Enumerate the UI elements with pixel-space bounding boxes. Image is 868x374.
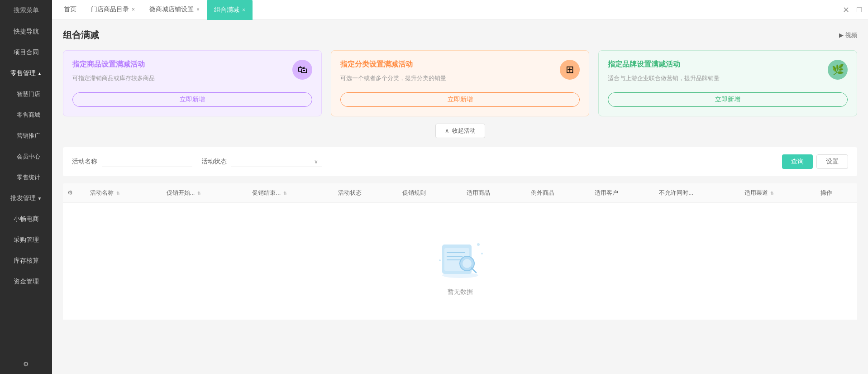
sidebar-item-member-center[interactable]: 会员中心	[0, 146, 52, 167]
sidebar-item-label: 项目合同	[14, 48, 39, 57]
magnifier-inner	[463, 259, 472, 268]
activity-card-brand: 🌿 指定品牌设置满减活动 适合与上游企业联合做营销，提升品牌销量 立即新增	[598, 50, 857, 116]
sort-icon-promo-start: ⇅	[197, 191, 201, 196]
product-card-add-button[interactable]: 立即新增	[72, 92, 312, 107]
sidebar-item-xiaochang-ecommerce[interactable]: 小畅电商	[0, 209, 52, 230]
search-bar: 活动名称 活动状态 查询 设置	[63, 147, 857, 176]
sidebar-item-label: 小畅电商	[14, 215, 39, 223]
col-exception-goods-label: 例外商品	[531, 189, 554, 196]
play-circle-icon: ▶	[839, 32, 844, 38]
query-button[interactable]: 查询	[782, 154, 813, 169]
page-content: 组合满减 ▶ 视频 🛍 指定商品设置满减活动 可指定滞销商品或库存较多商品 立即…	[52, 20, 868, 374]
sidebar-item-retail-management[interactable]: 零售管理 ▲	[0, 63, 52, 84]
settings-button[interactable]: 设置	[816, 154, 848, 169]
col-not-allow-simultaneous: 不允许同时...	[654, 183, 740, 203]
sidebar-item-inventory-check[interactable]: 库存核算	[0, 250, 52, 271]
col-promo-end-label: 促销结束...	[252, 189, 281, 196]
sidebar-settings[interactable]: ⚙	[0, 354, 52, 374]
sidebar-item-retail-stats[interactable]: 零售统计	[0, 167, 52, 188]
page-header: 组合满减 ▶ 视频	[63, 29, 857, 41]
col-exception-goods: 例外商品	[526, 183, 591, 203]
table-settings-icon: ⚙	[67, 189, 73, 196]
chevron-up-icon: ▲	[38, 71, 42, 76]
page-title: 组合满减	[63, 29, 99, 41]
deco-dot-1	[477, 243, 480, 246]
category-card-add-button[interactable]: 立即新增	[340, 92, 580, 107]
sidebar-item-label: 零售商城	[17, 111, 40, 119]
video-label: 视频	[845, 31, 857, 39]
sidebar-item-label: 快捷导航	[14, 28, 39, 36]
tab-wechat-store-settings[interactable]: 微商城店铺设置 ×	[142, 0, 207, 20]
sidebar-item-label: 零售统计	[17, 173, 40, 182]
tab-store-catalog-label: 门店商品目录	[91, 5, 129, 14]
brand-card-desc: 适合与上游企业联合做营销，提升品牌销量	[608, 74, 848, 83]
empty-svg	[433, 235, 487, 281]
activity-name-input[interactable]	[102, 156, 192, 167]
tab-combo-discount[interactable]: 组合满减 ×	[207, 0, 253, 20]
sidebar-item-project-contract[interactable]: 项目合同	[0, 42, 52, 63]
col-applicable-channel-label: 适用渠道	[744, 189, 768, 196]
window-minimize-button[interactable]: □	[855, 5, 863, 15]
video-link[interactable]: ▶ 视频	[839, 31, 857, 39]
sidebar-item-label: 会员中心	[17, 153, 40, 161]
brand-card-title: 指定品牌设置满减活动	[608, 60, 848, 69]
col-operations: 操作	[816, 183, 857, 203]
sidebar-item-label: 智慧门店	[17, 90, 40, 98]
sidebar-item-smart-store[interactable]: 智慧门店	[0, 84, 52, 105]
sidebar: 搜索菜单 快捷导航 项目合同 零售管理 ▲ 智慧门店 零售商城 营销推广 会员中…	[0, 0, 52, 374]
col-promo-start[interactable]: 促销开始... ⇅	[162, 183, 248, 203]
sidebar-item-quick-nav[interactable]: 快捷导航	[0, 21, 52, 42]
col-applicable-goods-label: 适用商品	[467, 189, 490, 196]
sidebar-search[interactable]: 搜索菜单	[0, 0, 52, 21]
activity-card-category: ⊞ 指定分类设置满减活动 可选一个或者多个分类，提升分类的销量 立即新增	[331, 50, 590, 116]
sidebar-item-label: 库存核算	[14, 257, 39, 265]
col-not-allow-simultaneous-label: 不允许同时...	[659, 189, 693, 196]
empty-state-row: 暂无数据	[63, 202, 857, 320]
brand-card-add-button[interactable]: 立即新增	[608, 92, 848, 107]
col-applicable-channel[interactable]: 适用渠道 ⇅	[740, 183, 816, 203]
category-card-desc: 可选一个或者多个分类，提升分类的销量	[340, 74, 580, 83]
tab-home[interactable]: 首页	[57, 0, 84, 20]
col-activity-name[interactable]: 活动名称 ⇅	[86, 183, 162, 203]
activity-status-select-wrapper	[231, 156, 322, 167]
sidebar-item-label: 营销推广	[17, 132, 40, 140]
leaf-icon: 🌿	[832, 64, 844, 76]
tab-wechat-store-close[interactable]: ×	[196, 6, 200, 13]
product-card-title: 指定商品设置满减活动	[72, 60, 312, 69]
col-promo-rule: 促销规则	[398, 183, 462, 203]
sidebar-item-wholesale-management[interactable]: 批发管理 ▼	[0, 188, 52, 209]
col-promo-end[interactable]: 促销结束... ⇅	[248, 183, 334, 203]
table-header-row: ⚙ 活动名称 ⇅ 促销开始... ⇅ 促销结束... ⇅	[63, 183, 857, 203]
grid-icon: ⊞	[566, 64, 574, 76]
empty-state-cell: 暂无数据	[63, 202, 857, 320]
activity-status-select[interactable]	[231, 156, 322, 167]
window-actions: ✕ □	[841, 5, 863, 15]
sort-icon-activity-name: ⇅	[116, 191, 120, 196]
collapse-label: 收起活动	[452, 127, 476, 135]
activity-status-label: 活动状态	[201, 158, 227, 166]
magnifier-handle	[472, 268, 476, 273]
sidebar-item-marketing[interactable]: 营销推广	[0, 125, 52, 146]
tab-store-catalog[interactable]: 门店商品目录 ×	[84, 0, 142, 20]
collapse-activity-button[interactable]: ∧ 收起活动	[435, 124, 485, 138]
empty-illustration	[433, 235, 487, 281]
col-activity-status-label: 活动状态	[338, 189, 362, 196]
window-close-button[interactable]: ✕	[841, 5, 851, 15]
sort-icon-channel: ⇅	[770, 191, 774, 196]
sidebar-item-label: 批发管理	[10, 194, 36, 202]
empty-state: 暂无数据	[67, 208, 853, 314]
empty-text: 暂无数据	[67, 288, 853, 296]
col-activity-status: 活动状态	[334, 183, 398, 203]
col-settings[interactable]: ⚙	[63, 183, 86, 203]
chevron-down-icon: ▼	[38, 196, 42, 201]
sidebar-item-purchase-management[interactable]: 采购管理	[0, 230, 52, 250]
sidebar-item-retail-mall[interactable]: 零售商城	[0, 105, 52, 125]
col-operations-label: 操作	[820, 189, 832, 196]
tab-combo-discount-close[interactable]: ×	[242, 7, 245, 13]
sidebar-item-label: 零售管理	[10, 69, 36, 77]
sidebar-item-label: 采购管理	[14, 236, 39, 244]
sidebar-item-fund-management[interactable]: 资金管理	[0, 271, 52, 292]
tab-store-catalog-close[interactable]: ×	[132, 6, 135, 13]
sidebar-item-label: 资金管理	[14, 278, 39, 286]
table-body: 暂无数据	[63, 202, 857, 320]
